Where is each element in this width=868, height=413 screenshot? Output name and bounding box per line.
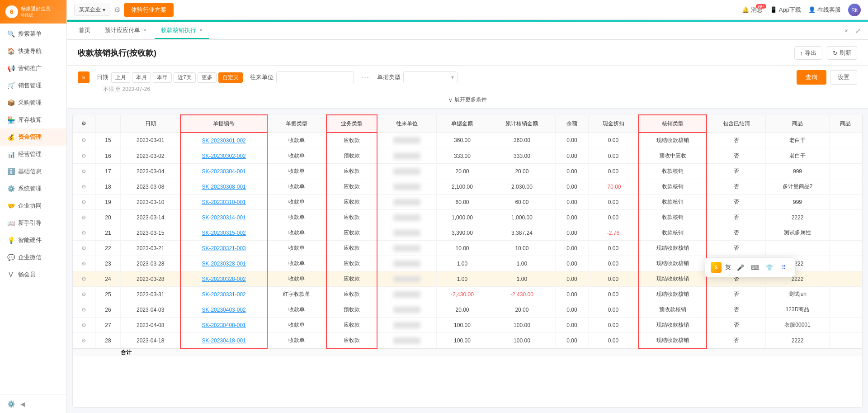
row-settings-icon[interactable]: ⚙ — [81, 214, 86, 221]
th-bill-amount[interactable]: 单据金额 — [436, 115, 488, 133]
td-settings[interactable]: ⚙ — [73, 225, 95, 241]
row-settings-icon[interactable]: ⚙ — [81, 337, 86, 344]
bill-no-link[interactable]: SK-20230302-002 — [202, 153, 245, 159]
export-button[interactable]: ↑ 导出 — [794, 46, 823, 60]
td-settings[interactable]: ⚙ — [73, 210, 95, 225]
sidebar-item-member[interactable]: V 畅会员 — [0, 266, 66, 283]
td-settings[interactable]: ⚙ — [73, 133, 95, 148]
tab-prepay-close-icon[interactable]: × — [144, 28, 146, 33]
td-settings[interactable]: ⚙ — [73, 333, 95, 349]
td-bill-no[interactable]: SK-20230315-002 — [180, 225, 267, 241]
app-download-item[interactable]: 📱 App下载 — [770, 6, 801, 14]
tab-close-window-btn[interactable]: × — [843, 25, 850, 36]
td-settings[interactable]: ⚙ — [73, 318, 95, 333]
th-include-settled[interactable]: 包含已结清 — [707, 115, 766, 133]
tab-collection[interactable]: 收款核销执行 × — [155, 23, 209, 39]
bill-no-link[interactable]: SK-20230328-002 — [202, 276, 245, 282]
tab-prepay[interactable]: 预计应应付单 × — [99, 23, 153, 39]
row-settings-icon[interactable]: ⚙ — [81, 168, 86, 175]
th-biz-type[interactable]: 业务类型 — [326, 115, 377, 133]
query-button[interactable]: 查询 — [797, 70, 826, 85]
popup-shirt-icon[interactable]: 👕 — [764, 261, 775, 273]
td-settings[interactable]: ⚙ — [73, 195, 95, 210]
th-balance[interactable]: 余额 — [556, 115, 588, 133]
sidebar-item-quicknav[interactable]: 🏠 快捷导航 — [0, 43, 66, 60]
bill-no-link[interactable]: SK-20230314-001 — [202, 214, 245, 221]
row-settings-icon[interactable]: ⚙ — [81, 153, 86, 159]
td-bill-no[interactable]: SK-20230328-001 — [180, 256, 267, 271]
td-bill-no[interactable]: SK-20230331-002 — [180, 287, 267, 302]
column-settings-icon[interactable]: ⚙ — [81, 120, 86, 127]
sidebar-item-purchase[interactable]: 📦 采购管理 — [0, 94, 66, 111]
th-bill-no[interactable]: 单据编号 — [180, 115, 267, 133]
row-settings-icon[interactable]: ⚙ — [81, 261, 86, 267]
sidebar-item-hardware[interactable]: 💡 智能硬件 — [0, 232, 66, 249]
row-settings-icon[interactable]: ⚙ — [81, 307, 86, 313]
sidebar-item-basic[interactable]: ℹ️ 基础信息 — [0, 163, 66, 180]
td-settings[interactable]: ⚙ — [73, 164, 95, 179]
td-settings[interactable]: ⚙ — [73, 302, 95, 318]
sidebar-item-wechat[interactable]: 💬 企业微信 — [0, 249, 66, 266]
company-dropdown[interactable]: 某某企业 ▾ — [74, 4, 110, 16]
date-7days-btn[interactable]: 近7天 — [174, 72, 196, 83]
tab-maximize-btn[interactable]: ⤢ — [854, 25, 863, 36]
td-bill-no[interactable]: SK-20230321-003 — [180, 241, 267, 256]
bill-no-link[interactable]: SK-20230331-002 — [202, 291, 245, 298]
row-settings-icon[interactable]: ⚙ — [81, 184, 86, 190]
th-date[interactable]: 日期 — [121, 115, 181, 133]
td-settings[interactable]: ⚙ — [73, 271, 95, 287]
tab-collection-close-icon[interactable]: × — [200, 28, 203, 33]
th-goods2[interactable]: 商品 — [829, 115, 862, 133]
date-this-month-btn[interactable]: 本月 — [132, 72, 151, 83]
sidebar-item-guide[interactable]: 📖 新手引导 — [0, 214, 66, 232]
row-settings-icon[interactable]: ⚙ — [81, 291, 86, 298]
popup-keyboard-icon[interactable]: ⌨ — [749, 261, 761, 273]
th-cancel-type[interactable]: 核销类型 — [638, 115, 707, 133]
bill-no-link[interactable]: SK-20230308-001 — [202, 184, 245, 190]
sidebar-item-finance[interactable]: 💰 资金管理 — [0, 128, 66, 146]
th-cash-discount[interactable]: 现金折扣 — [588, 115, 638, 133]
row-settings-icon[interactable]: ⚙ — [81, 199, 86, 205]
user-info[interactable]: Rit — [848, 4, 861, 16]
filter-expand-button[interactable]: » — [78, 71, 90, 83]
bill-no-link[interactable]: SK-20230328-001 — [202, 261, 245, 267]
row-settings-icon[interactable]: ⚙ — [81, 230, 86, 236]
date-more-btn[interactable]: 更多 — [198, 72, 217, 83]
sidebar-item-sales[interactable]: 🛒 销售管理 — [0, 77, 66, 94]
th-partner[interactable]: 往来单位 — [377, 115, 436, 133]
td-bill-no[interactable]: SK-20230328-002 — [180, 271, 267, 287]
bill-no-link[interactable]: SK-20230304-001 — [202, 168, 245, 175]
td-bill-no[interactable]: SK-20230304-001 — [180, 164, 267, 179]
tab-home[interactable]: 首页 — [72, 23, 97, 39]
th-bill-type[interactable]: 单据类型 — [267, 115, 326, 133]
notification-item[interactable]: 🔔 消息 99+ — [742, 6, 763, 14]
td-bill-no[interactable]: SK-20230418-001 — [180, 333, 267, 349]
td-bill-no[interactable]: SK-20230314-001 — [180, 210, 267, 225]
online-service-item[interactable]: 👤 在线客服 — [808, 6, 841, 14]
td-settings[interactable]: ⚙ — [73, 287, 95, 302]
td-settings[interactable]: ⚙ — [73, 148, 95, 164]
partner-filter-input[interactable] — [276, 71, 354, 83]
td-bill-no[interactable]: SK-20230403-002 — [180, 302, 267, 318]
td-bill-no[interactable]: SK-20230308-001 — [180, 179, 267, 195]
bill-no-link[interactable]: SK-20230321-003 — [202, 245, 245, 252]
refresh-button[interactable]: ↻ 刷新 — [827, 46, 857, 60]
th-goods[interactable]: 商品 — [766, 115, 830, 133]
bill-no-link[interactable]: SK-20230301-002 — [202, 138, 245, 144]
th-accum-amount[interactable]: 累计核销金额 — [488, 115, 556, 133]
bill-no-link[interactable]: SK-20230310-001 — [202, 199, 245, 205]
sidebar-item-marketing[interactable]: 📢 营销推广 — [0, 60, 66, 77]
sidebar-item-operation[interactable]: 📊 经营管理 — [0, 146, 66, 163]
sidebar-item-inventory[interactable]: 🏪 库存核算 — [0, 111, 66, 128]
sidebar-item-system[interactable]: ⚙️ 系统管理 — [0, 180, 66, 197]
popup-apps-icon[interactable]: ⠿ — [778, 261, 790, 273]
th-settings[interactable]: ⚙ — [73, 115, 95, 133]
date-custom-btn[interactable]: 自定义 — [218, 72, 243, 83]
date-last-month-btn[interactable]: 上月 — [111, 72, 130, 83]
bill-no-link[interactable]: SK-20230408-001 — [202, 322, 245, 328]
td-settings[interactable]: ⚙ — [73, 256, 95, 271]
td-bill-no[interactable]: SK-20230301-002 — [180, 133, 267, 148]
bill-no-link[interactable]: SK-20230315-002 — [202, 230, 245, 236]
td-settings[interactable]: ⚙ — [73, 179, 95, 195]
td-bill-no[interactable]: SK-20230310-001 — [180, 195, 267, 210]
